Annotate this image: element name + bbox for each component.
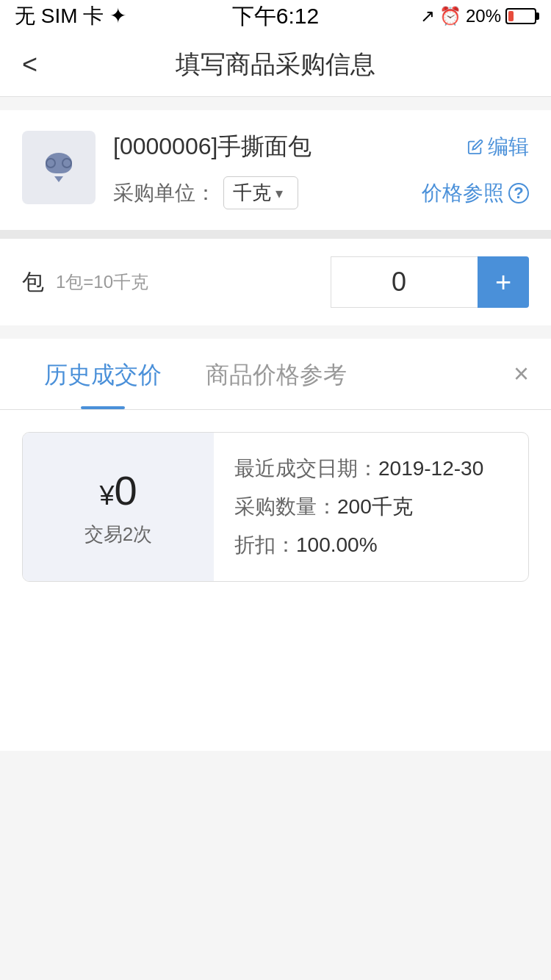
status-right-group: ↗ ⏰ 20% (420, 6, 536, 26)
tab-history-price[interactable]: 历史成交价 (22, 339, 184, 409)
quantity-unit-info: 包 1包=10千克 (22, 267, 148, 298)
product-name: [0000006]手撕面包 (113, 131, 311, 163)
battery-percent: 20% (466, 6, 501, 26)
transaction-card: ¥0 交易2次 最近成交日期：2019-12-30 采购数量：200千克 折扣：… (22, 432, 529, 582)
product-logo (46, 153, 72, 182)
tabs-header: 历史成交价 商品价格参考 × (0, 339, 551, 410)
quantity-unit-ratio: 1包=10千克 (56, 270, 148, 294)
quantity-input-group: + (331, 256, 529, 308)
alarm-icon: ⏰ (439, 6, 461, 26)
quantity-unit-icon: 包 (22, 267, 44, 298)
transaction-content: ¥0 交易2次 最近成交日期：2019-12-30 采购数量：200千克 折扣：… (0, 410, 551, 604)
quantity-input[interactable] (331, 256, 478, 308)
purchase-quantity-row: 采购数量：200千克 (234, 493, 508, 521)
recent-date-label: 最近成交日期： (234, 457, 378, 480)
section-divider (0, 230, 551, 239)
tab-close-button[interactable]: × (514, 359, 529, 389)
discount-row: 折扣：100.00% (234, 531, 508, 559)
transaction-count: 交易2次 (84, 522, 152, 547)
product-details: [0000006]手撕面包 编辑 采购单位： 千克 ▾ (113, 131, 529, 209)
transaction-price-panel: ¥0 交易2次 (23, 433, 214, 581)
purchase-quantity-label: 采购数量： (234, 495, 337, 518)
transaction-detail-panel: 最近成交日期：2019-12-30 采购数量：200千克 折扣：100.00% (214, 433, 528, 581)
location-icon: ↗ (420, 6, 435, 26)
page-title: 填写商品采购信息 (176, 48, 375, 82)
chevron-down-icon: ▾ (276, 184, 283, 202)
price-reference-button[interactable]: 价格参照 ? (422, 179, 529, 207)
product-card: [0000006]手撕面包 编辑 采购单位： 千克 ▾ (0, 110, 551, 230)
unit-select-dropdown[interactable]: 千克 ▾ (223, 176, 298, 209)
nav-bar: < 填写商品采购信息 (0, 32, 551, 97)
recent-date-row: 最近成交日期：2019-12-30 (234, 455, 508, 483)
bottom-space (0, 604, 551, 751)
status-signal: 无 SIM 卡 ✦ (15, 2, 126, 30)
tabs-section: 历史成交价 商品价格参考 × ¥0 交易2次 最近成交日期：2019-12-30… (0, 339, 551, 604)
help-icon: ? (508, 183, 529, 203)
battery-icon (505, 8, 536, 24)
transaction-price: ¥0 (99, 466, 137, 514)
quantity-row: 包 1包=10千克 + (0, 239, 551, 325)
back-button[interactable]: < (22, 49, 37, 80)
edit-button[interactable]: 编辑 (467, 133, 529, 161)
recent-date-value: 2019-12-30 (378, 457, 483, 480)
status-time: 下午6:12 (232, 1, 319, 32)
quantity-plus-button[interactable]: + (478, 256, 529, 308)
tab-product-price[interactable]: 商品价格参考 (184, 339, 369, 409)
purchase-quantity-value: 200千克 (337, 495, 413, 518)
product-thumbnail (22, 131, 96, 204)
tab-active-indicator (81, 406, 125, 409)
discount-value: 100.00% (296, 533, 378, 556)
plus-icon: + (495, 268, 511, 296)
unit-label: 采购单位： 千克 ▾ (113, 176, 298, 209)
discount-label: 折扣： (234, 533, 296, 556)
status-bar: 无 SIM 卡 ✦ 下午6:12 ↗ ⏰ 20% (0, 0, 551, 32)
currency-symbol: ¥ (99, 480, 114, 511)
